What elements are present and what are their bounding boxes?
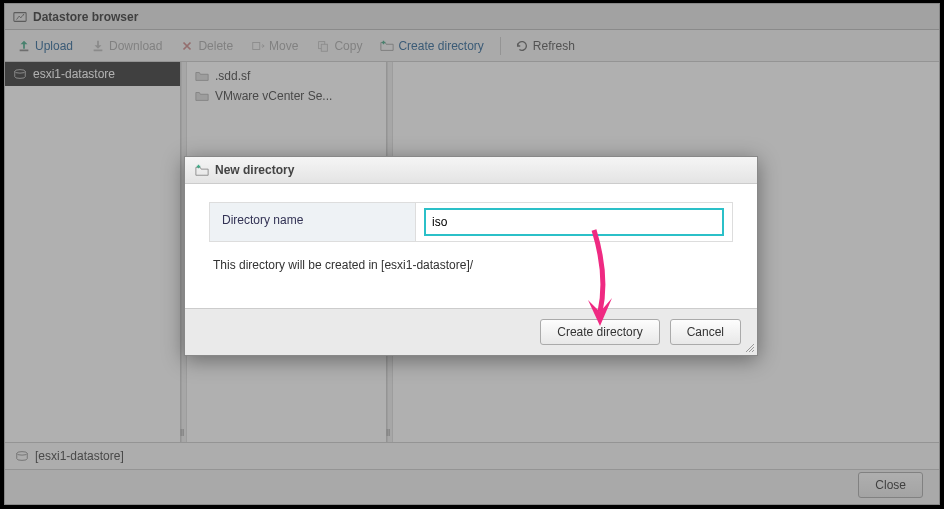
directory-name-row: Directory name — [209, 202, 733, 242]
dialog-note: This directory will be created in [esxi1… — [209, 256, 733, 284]
new-directory-dialog: New directory Directory name This direct… — [184, 156, 758, 356]
cancel-button[interactable]: Cancel — [670, 319, 741, 345]
create-directory-confirm-button[interactable]: Create directory — [540, 319, 659, 345]
dialog-title: New directory — [215, 163, 294, 177]
folder-new-icon — [195, 163, 209, 177]
dialog-title-bar: New directory — [185, 157, 757, 184]
directory-name-input[interactable] — [424, 208, 724, 236]
resize-grip-icon[interactable] — [745, 343, 755, 353]
dialog-footer: Create directory Cancel — [185, 308, 757, 355]
directory-name-label: Directory name — [210, 203, 416, 241]
